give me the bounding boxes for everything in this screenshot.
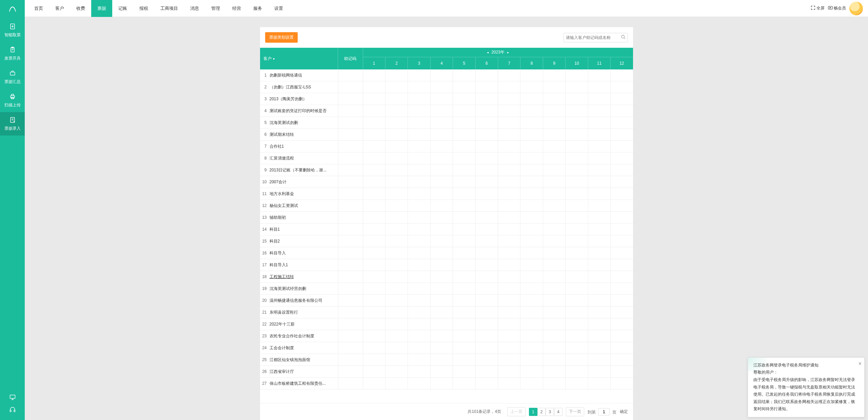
month-cell[interactable] — [520, 164, 543, 176]
month-cell[interactable] — [431, 330, 453, 342]
customer-link[interactable]: 辅助期初 — [270, 215, 286, 220]
month-cell[interactable] — [543, 152, 566, 164]
month-cell[interactable] — [453, 212, 475, 223]
month-cell[interactable] — [588, 295, 611, 306]
month-cell[interactable] — [520, 342, 543, 354]
month-cell[interactable] — [386, 200, 408, 211]
month-cell[interactable] — [498, 271, 520, 282]
month-cell[interactable] — [408, 212, 430, 223]
month-cell[interactable] — [498, 378, 520, 389]
month-cell[interactable] — [566, 271, 588, 282]
month-cell[interactable] — [453, 342, 475, 354]
month-cell[interactable] — [453, 307, 475, 318]
month-cell[interactable] — [363, 200, 386, 211]
month-header-4[interactable]: 4 — [430, 57, 453, 69]
month-cell[interactable] — [453, 295, 475, 306]
month-cell[interactable] — [453, 164, 475, 176]
month-cell[interactable] — [386, 259, 408, 271]
month-cell[interactable] — [498, 342, 520, 354]
customer-link[interactable]: 农民专业合作社会计制度 — [270, 333, 314, 339]
month-cell[interactable] — [363, 224, 386, 235]
month-cell[interactable] — [431, 307, 453, 318]
customer-link[interactable]: 勿删新锐网络通信 — [270, 72, 302, 78]
month-cell[interactable] — [453, 283, 475, 294]
month-cell[interactable] — [408, 141, 430, 152]
month-cell[interactable] — [543, 235, 566, 247]
customer-name-cell[interactable]: 沈海英测试勿删 — [268, 117, 338, 128]
month-cell[interactable] — [543, 271, 566, 282]
month-cell[interactable] — [408, 271, 430, 282]
search-box[interactable] — [564, 33, 628, 42]
month-cell[interactable] — [363, 188, 386, 200]
month-cell[interactable] — [588, 93, 611, 105]
month-cell[interactable] — [566, 224, 588, 235]
month-cell[interactable] — [498, 318, 520, 330]
month-cell[interactable] — [476, 212, 498, 223]
month-cell[interactable] — [386, 69, 408, 81]
sidebar-item-4[interactable]: 票据录入 — [0, 112, 25, 135]
month-header-9[interactable]: 9 — [543, 57, 565, 69]
month-cell[interactable] — [453, 378, 475, 389]
month-cell[interactable] — [611, 247, 633, 259]
month-cell[interactable] — [520, 176, 543, 188]
customer-name-cell[interactable]: 科目导入1 — [268, 259, 338, 271]
month-cell[interactable] — [431, 283, 453, 294]
month-cell[interactable] — [363, 69, 386, 81]
month-cell[interactable] — [363, 152, 386, 164]
close-icon[interactable]: × — [859, 359, 862, 369]
month-cell[interactable] — [566, 117, 588, 128]
year-next-icon[interactable]: ▸ — [507, 50, 509, 54]
month-cell[interactable] — [386, 283, 408, 294]
month-cell[interactable] — [386, 224, 408, 235]
customer-link[interactable]: 工程施工结转 — [270, 274, 294, 280]
customer-name-cell[interactable]: 2013日记账（不要删除哈，谢... — [268, 164, 338, 176]
customer-link[interactable]: 江西省审计厅 — [270, 369, 294, 375]
month-cell[interactable] — [363, 212, 386, 223]
month-cell[interactable] — [431, 295, 453, 306]
month-cell[interactable] — [408, 200, 430, 211]
month-cell[interactable] — [611, 105, 633, 117]
month-cell[interactable] — [543, 105, 566, 117]
month-cell[interactable] — [611, 129, 633, 140]
month-cell[interactable] — [453, 152, 475, 164]
month-cell[interactable] — [363, 271, 386, 282]
customer-link[interactable]: 合作社1 — [270, 144, 284, 149]
customer-name-cell[interactable]: 东明县设置鞋行 — [268, 307, 338, 318]
year-prev-icon[interactable]: ◂ — [487, 50, 489, 54]
month-cell[interactable] — [408, 69, 430, 81]
month-cell[interactable] — [431, 342, 453, 354]
month-cell[interactable] — [363, 93, 386, 105]
month-cell[interactable] — [611, 188, 633, 200]
customer-link[interactable]: 科目2 — [270, 238, 280, 244]
month-header-6[interactable]: 6 — [475, 57, 498, 69]
month-cell[interactable] — [363, 354, 386, 365]
customer-link[interactable]: 2007会计 — [270, 179, 287, 185]
month-cell[interactable] — [498, 176, 520, 188]
month-cell[interactable] — [431, 378, 453, 389]
month-cell[interactable] — [386, 354, 408, 365]
month-cell[interactable] — [520, 259, 543, 271]
month-cell[interactable] — [520, 212, 543, 223]
month-cell[interactable] — [363, 318, 386, 330]
page-jump-input[interactable] — [598, 408, 610, 416]
sidebar-item-3[interactable]: 扫描上传 — [0, 89, 25, 112]
month-cell[interactable] — [566, 176, 588, 188]
month-cell[interactable] — [453, 105, 475, 117]
nav-item-0[interactable]: 首页 — [28, 0, 49, 17]
month-cell[interactable] — [498, 188, 520, 200]
month-cell[interactable] — [588, 69, 611, 81]
customer-link[interactable]: 江都区仙女镇泡泡面馆 — [270, 357, 310, 363]
month-cell[interactable] — [498, 295, 520, 306]
month-cell[interactable] — [543, 224, 566, 235]
month-cell[interactable] — [588, 330, 611, 342]
customer-link[interactable]: 科目导入1 — [270, 262, 288, 268]
month-cell[interactable] — [386, 318, 408, 330]
month-cell[interactable] — [520, 152, 543, 164]
month-cell[interactable] — [408, 152, 430, 164]
fullscreen-button[interactable]: 全屏 — [811, 5, 825, 11]
customer-link[interactable]: 2013日记账（不要删除哈，谢... — [270, 167, 327, 173]
customer-link[interactable]: 科目1 — [270, 227, 280, 232]
month-cell[interactable] — [543, 200, 566, 211]
month-cell[interactable] — [566, 93, 588, 105]
customer-link[interactable]: 科目导入 — [270, 250, 286, 256]
